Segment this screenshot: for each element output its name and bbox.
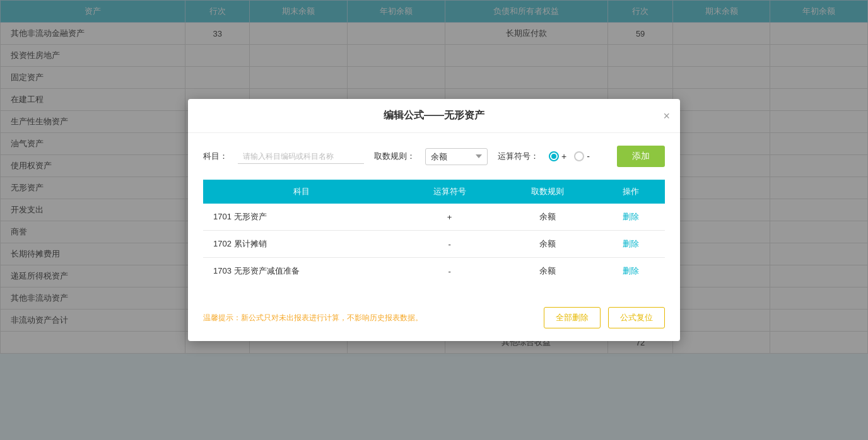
- formula-table: 科目 运算符号 取数规则 操作 1701 无形资产 + 余额 删除 1702 累…: [203, 180, 665, 284]
- modal-body: 科目： 取数规则： 余额 借方 贷方 借方发生额 贷方发生额 运算符号：: [188, 133, 680, 297]
- form-row: 科目： 取数规则： 余额 借方 贷方 借方发生额 贷方发生额 运算符号：: [203, 146, 665, 167]
- th-subject: 科目: [203, 180, 401, 204]
- th-action: 操作: [597, 180, 665, 204]
- reset-button[interactable]: 公式复位: [608, 307, 665, 328]
- th-rule: 取数规则: [499, 180, 597, 204]
- subject-input[interactable]: [238, 149, 364, 164]
- formula-row: 1703 无形资产减值准备 - 余额 删除: [203, 258, 665, 285]
- formula-rule-0: 余额: [499, 204, 597, 231]
- delete-row-button-1[interactable]: 删除: [623, 238, 639, 250]
- modal-close-button[interactable]: ×: [663, 110, 670, 122]
- formula-operator-0: +: [401, 204, 499, 231]
- rule-label: 取数规则：: [374, 151, 415, 162]
- radio-minus[interactable]: -: [574, 151, 590, 161]
- delete-row-button-2[interactable]: 删除: [623, 265, 639, 277]
- formula-subject-1: 1702 累计摊销: [203, 231, 401, 258]
- edit-formula-modal: 编辑公式——无形资产 × 科目： 取数规则： 余额 借方 贷方 借方发生额 贷方…: [188, 99, 680, 341]
- radio-plus[interactable]: +: [549, 151, 566, 161]
- th-operator: 运算符号: [401, 180, 499, 204]
- add-button[interactable]: 添加: [617, 146, 665, 167]
- delete-all-button[interactable]: 全部删除: [544, 307, 601, 328]
- footer-buttons: 全部删除 公式复位: [544, 307, 665, 328]
- operator-label: 运算符号：: [498, 151, 539, 162]
- rule-select-wrapper: 余额 借方 贷方 借方发生额 贷方发生额: [425, 148, 488, 165]
- formula-action-1: 删除: [597, 231, 665, 258]
- formula-rule-1: 余额: [499, 231, 597, 258]
- formula-operator-1: -: [401, 231, 499, 258]
- formula-action-2: 删除: [597, 258, 665, 285]
- formula-subject-0: 1701 无形资产: [203, 204, 401, 231]
- radio-plus-circle: [549, 151, 559, 161]
- formula-rule-2: 余额: [499, 258, 597, 285]
- formula-action-0: 删除: [597, 204, 665, 231]
- footer-tip: 温馨提示：新公式只对未出报表进行计算，不影响历史报表数据。: [203, 313, 423, 323]
- modal-title: 编辑公式——无形资产: [384, 110, 484, 120]
- formula-subject-2: 1703 无形资产减值准备: [203, 258, 401, 285]
- modal-header: 编辑公式——无形资产 ×: [188, 99, 680, 133]
- delete-row-button-0[interactable]: 删除: [623, 211, 639, 223]
- modal-footer: 温馨提示：新公式只对未出报表进行计算，不影响历史报表数据。 全部删除 公式复位: [188, 297, 680, 341]
- radio-plus-label: +: [561, 151, 566, 161]
- operator-radio-group: + -: [549, 151, 590, 161]
- formula-operator-2: -: [401, 258, 499, 285]
- modal-overlay: 编辑公式——无形资产 × 科目： 取数规则： 余额 借方 贷方 借方发生额 贷方…: [0, 0, 868, 440]
- radio-minus-label: -: [587, 151, 590, 161]
- radio-minus-circle: [574, 151, 584, 161]
- rule-select[interactable]: 余额 借方 贷方 借方发生额 贷方发生额: [425, 148, 488, 165]
- subject-label: 科目：: [203, 151, 228, 162]
- formula-row: 1701 无形资产 + 余额 删除: [203, 204, 665, 231]
- formula-row: 1702 累计摊销 - 余额 删除: [203, 231, 665, 258]
